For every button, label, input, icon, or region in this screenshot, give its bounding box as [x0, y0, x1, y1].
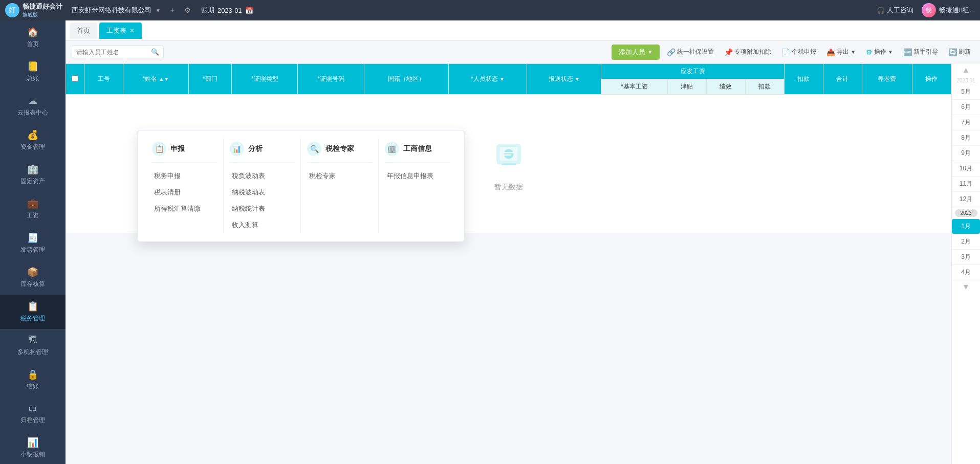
name-header: *姓名 ▲▼ — [123, 64, 189, 95]
new-guide-label: 新手引导 — [913, 48, 938, 56]
export-button[interactable]: 📤 导出 ▼ — [823, 46, 859, 58]
sidebar-item-inventory[interactable]: 📦 库存核算 — [0, 260, 66, 295]
menu-item-tax-declaration[interactable]: 税务申报 — [152, 168, 217, 184]
service-label: 人工咨询 — [887, 6, 913, 15]
fund-icon: 💰 — [27, 129, 38, 141]
calendar-month-7[interactable]: 7月 — [952, 115, 980, 130]
calendar-down-nav[interactable]: ▼ — [952, 280, 980, 294]
calendar-month-5[interactable]: 5月 — [952, 84, 980, 100]
company-selector[interactable]: 西安虾米网络科技有限公司 ▼ — [72, 6, 161, 15]
operation-button[interactable]: ⚙ 操作 ▼ — [863, 46, 896, 58]
tab-close-icon[interactable]: ✕ — [129, 27, 135, 34]
operation-icon: ⚙ — [866, 48, 873, 56]
sidebar-label-salary: 工资 — [27, 211, 39, 220]
svg-point-2 — [504, 149, 513, 159]
refresh-icon: 🔄 — [948, 48, 957, 56]
toolbar: 🔍 添加人员 ▼ 🔗 统一社保设置 📌 专项附加扣除 📄 个税申报 📤 导出 — [66, 41, 980, 63]
calendar-up-nav[interactable]: ▲ — [952, 63, 980, 77]
period-label: 账期 — [201, 6, 214, 15]
sidebar-item-home[interactable]: 🏠 首页 — [0, 20, 66, 55]
calendar-month-6[interactable]: 6月 — [952, 100, 980, 115]
calendar-month-3[interactable]: 3月 — [952, 250, 980, 265]
sidebar-label-cloud: 云报表中心 — [17, 108, 48, 117]
operation-header: 操作 — [912, 64, 951, 95]
svg-rect-4 — [504, 154, 511, 156]
prev-year-label: 2023.01 — [955, 77, 976, 84]
sidebar-item-report[interactable]: 📊 小畅报销 — [0, 431, 66, 464]
add-person-button[interactable]: 添加人员 ▼ — [612, 45, 660, 60]
calendar-month-10[interactable]: 10月 — [952, 161, 980, 176]
search-icon: 🔍 — [151, 48, 159, 56]
menu-item-tax-payment[interactable]: 纳税波动表 — [230, 184, 295, 201]
header-actions: ＋ ⚙ — [167, 5, 193, 16]
id-no-header: *证照号码 — [298, 64, 364, 95]
sidebar-label-fund: 资金管理 — [20, 143, 45, 151]
tax-expert-section-icon: 🔍 — [307, 142, 321, 156]
refresh-label: 刷新 — [959, 48, 971, 56]
section-header-tax-expert: 🔍 税检专家 — [307, 139, 372, 163]
tab-home-label: 首页 — [77, 26, 90, 35]
special-deduction-button[interactable]: 📌 专项附加扣除 — [721, 46, 774, 58]
calendar-month-4[interactable]: 4月 — [952, 265, 980, 280]
settings-button[interactable]: ⚙ — [182, 5, 193, 15]
sidebar-item-archive[interactable]: 🗂 归档管理 — [0, 397, 66, 431]
sidebar-item-fund[interactable]: 💰 资金管理 — [0, 123, 66, 158]
sidebar-item-multi[interactable]: 🏗 多机构管理 — [0, 329, 66, 363]
service-button[interactable]: 🎧 人工咨询 — [877, 6, 913, 15]
social-security-label: 统一社保设置 — [677, 48, 714, 56]
section-header-analysis: 📊 分析 — [230, 139, 295, 163]
calendar-month-8[interactable]: 8月 — [952, 130, 980, 146]
menu-item-income-calc[interactable]: 收入测算 — [230, 217, 295, 233]
add-company-button[interactable]: ＋ — [167, 5, 178, 16]
new-guide-icon: 🆕 — [903, 48, 912, 56]
menu-item-income-tax-calc[interactable]: 所得税汇算清缴 — [152, 201, 217, 217]
calendar-icon[interactable]: 📅 — [245, 7, 253, 14]
calendar-month-1[interactable]: 1月 — [952, 219, 980, 234]
tab-salary-table[interactable]: 工资表 ✕ — [99, 23, 142, 39]
tax-return-button[interactable]: 📄 个税申报 — [778, 46, 819, 58]
assets-icon: 🏢 — [27, 164, 38, 175]
salary-icon: 💼 — [27, 198, 38, 209]
refresh-button[interactable]: 🔄 刷新 — [945, 46, 974, 58]
declaration-title: 申报 — [170, 144, 185, 153]
menu-item-tax-table-cleanup[interactable]: 税表清册 — [152, 184, 217, 201]
sidebar-label-multi: 多机构管理 — [17, 348, 48, 357]
sidebar-item-invoice[interactable]: 🧾 发票管理 — [0, 226, 66, 260]
sidebar-item-assets[interactable]: 🏢 固定资产 — [0, 158, 66, 192]
sidebar-label-report: 小畅报销 — [20, 450, 45, 459]
sidebar-item-ledger[interactable]: 📒 总账 — [0, 55, 66, 89]
sidebar-item-salary[interactable]: 💼 工资 — [0, 192, 66, 226]
allowance-header: 津贴 — [667, 79, 706, 95]
accounting-period: 账期 2023-01 📅 — [201, 6, 253, 15]
new-guide-button[interactable]: 🆕 新手引导 — [900, 46, 941, 58]
special-deduction-icon: 📌 — [724, 48, 733, 56]
calendar-month-2[interactable]: 2月 — [952, 234, 980, 250]
nationality-header: 国籍（地区） — [364, 64, 448, 95]
menu-item-tax-expert[interactable]: 税检专家 — [307, 168, 372, 184]
section-header-business: 🏢 工商信息 — [385, 139, 450, 163]
menu-item-annual-report[interactable]: 年报信息申报表 — [385, 168, 450, 184]
tab-salary-label: 工资表 — [106, 26, 126, 35]
tab-home[interactable]: 首页 — [70, 23, 97, 39]
cloud-icon: ☁ — [28, 95, 37, 106]
sidebar-item-cloud[interactable]: ☁ 云报表中心 — [0, 89, 66, 123]
year-badge-2023: 2023 — [955, 209, 977, 217]
search-input[interactable] — [76, 49, 148, 56]
logo-area: 好 畅捷通好会计 旗舰版 — [5, 3, 67, 18]
calendar-month-11[interactable]: 11月 — [952, 176, 980, 192]
sidebar-label-invoice: 发票管理 — [20, 246, 45, 254]
menu-item-tax-burden[interactable]: 税负波动表 — [230, 168, 295, 184]
user-info[interactable]: 畅 畅捷通8组... — [922, 3, 975, 17]
calendar-month-12[interactable]: 12月 — [952, 192, 980, 207]
calendar-month-9[interactable]: 9月 — [952, 146, 980, 161]
export-arrow-icon: ▼ — [851, 49, 856, 55]
svg-rect-3 — [504, 152, 513, 153]
basic-salary-header: *基本工资 — [601, 79, 667, 95]
sidebar-item-close[interactable]: 🔒 结账 — [0, 363, 66, 397]
menu-section-business-info: 🏢 工商信息 年报信息申报表 — [379, 139, 456, 233]
sidebar-item-tax[interactable]: 📋 税务管理 — [0, 295, 66, 329]
select-all-checkbox[interactable] — [72, 75, 78, 82]
tax-return-label: 个税申报 — [792, 48, 816, 56]
menu-item-tax-stats[interactable]: 纳税统计表 — [230, 201, 295, 217]
social-security-button[interactable]: 🔗 统一社保设置 — [664, 46, 717, 58]
